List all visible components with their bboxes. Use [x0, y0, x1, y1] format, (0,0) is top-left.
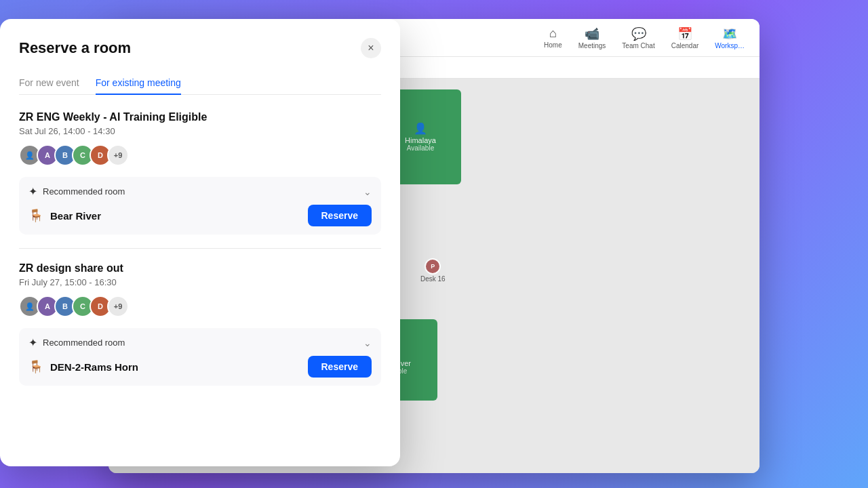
meeting-divider [19, 248, 381, 249]
room-name-2: DEN-2-Rams Horn [50, 361, 138, 373]
meeting-1-time: Sat Jul 26, 14:00 - 14:30 [19, 126, 381, 136]
room-row-1: 🪑 Bear River Reserve [28, 205, 372, 226]
meeting-1-avatars: 👤 A B C D +9 [19, 144, 381, 166]
meetings-icon: 📹 [585, 26, 599, 41]
reserve-room-modal: Reserve a room × For new event For exist… [0, 19, 400, 466]
room-info-1: 🪑 Bear River [28, 208, 101, 223]
nav-meetings[interactable]: 📹 Meetings [572, 24, 613, 52]
nav-icons: ⌂ Home 📹 Meetings 💬 Team Chat 📅 Calendar… [537, 24, 751, 52]
spark-icon-1: ✦ [28, 185, 37, 198]
calendar-icon: 📅 [677, 26, 692, 41]
meeting-2-title: ZR design share out [19, 262, 381, 274]
home-icon: ⌂ [549, 26, 557, 41]
meeting-card-2: ZR design share out Fri July 27, 15:00 -… [19, 262, 381, 386]
rec-label-1: ✦ Recommended room [28, 185, 125, 198]
modal-header: Reserve a room × [19, 38, 381, 58]
meeting-2-avatars: 👤 A B C D +9 [19, 296, 381, 317]
nav-workplace[interactable]: 🗺️ Worksp… [708, 24, 751, 52]
room-himalaya-status: Available [407, 144, 434, 152]
room-row-2: 🪑 DEN-2-Rams Horn Reserve [28, 356, 372, 378]
avatar-count-1: +9 [107, 144, 129, 166]
spark-icon-2: ✦ [28, 336, 37, 349]
rec-section-1: ✦ Recommended room ⌄ 🪑 Bear River Reserv… [19, 177, 381, 235]
meeting-2-time: Fri July 27, 15:00 - 16:30 [19, 277, 381, 287]
reserve-button-2[interactable]: Reserve [308, 356, 372, 378]
modal-close-button[interactable]: × [361, 38, 381, 58]
rec-chevron-2[interactable]: ⌄ [363, 338, 372, 348]
tab-existing-meeting[interactable]: For existing meeting [96, 72, 181, 95]
meeting-card-1: ZR ENG Weekly - AI Training Eligible Sat… [19, 111, 381, 235]
rec-label-text-1: Recommended room [43, 186, 125, 197]
room-desk-icon-1: 🪑 [28, 208, 43, 223]
avatar-count-2: +9 [107, 296, 129, 317]
tab-new-event[interactable]: For new event [19, 72, 79, 95]
desk-16-avatar: P [425, 258, 441, 274]
reserve-button-1[interactable]: Reserve [308, 205, 372, 226]
room-desk-icon-2: 🪑 [28, 359, 43, 374]
modal-tabs: For new event For existing meeting [19, 72, 381, 95]
avatar-stack-2: 👤 A B C D +9 [19, 296, 129, 317]
room-himalaya-name: Himalaya [405, 136, 436, 144]
room-info-2: 🪑 DEN-2-Rams Horn [28, 359, 138, 374]
desk-16: P Desk 16 [420, 258, 446, 283]
rec-label-2: ✦ Recommended room [28, 336, 125, 349]
meeting-1-title: ZR ENG Weekly - AI Training Eligible [19, 111, 381, 123]
rec-header-1: ✦ Recommended room ⌄ [28, 185, 372, 198]
nav-calendar[interactable]: 📅 Calendar [665, 24, 706, 52]
nav-home[interactable]: ⌂ Home [537, 24, 569, 52]
rec-header-2: ✦ Recommended room ⌄ [28, 336, 372, 349]
rec-section-2: ✦ Recommended room ⌄ 🪑 DEN-2-Rams Horn R… [19, 328, 381, 386]
nav-teamchat[interactable]: 💬 Team Chat [615, 24, 661, 52]
rec-chevron-1[interactable]: ⌄ [363, 186, 372, 197]
room-name-1: Bear River [50, 210, 101, 222]
rec-label-text-2: Recommended room [43, 338, 125, 348]
modal-title: Reserve a room [19, 39, 131, 57]
avatar-stack-1: 👤 A B C D +9 [19, 144, 129, 166]
chat-icon: 💬 [631, 26, 646, 41]
workplace-icon: 🗺️ [722, 26, 737, 41]
